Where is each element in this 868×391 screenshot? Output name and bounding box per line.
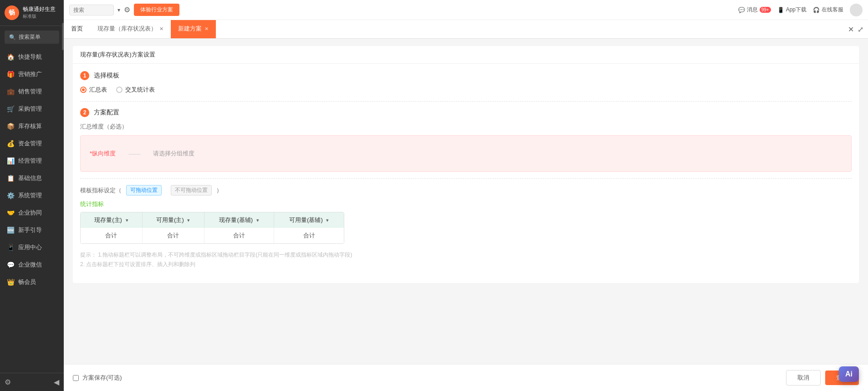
panel-title: 现存量(库存状况表)方案设置 [73,46,859,64]
dim-required-mark: *纵向维度 [90,149,116,158]
app-edition: 标准版 [23,13,56,20]
col-dropdown-0[interactable]: ▾ [126,217,128,223]
col-dropdown-3[interactable]: ▾ [326,217,329,223]
sidebar-item-operations[interactable]: 📊 经营管理 [0,152,64,170]
sidebar-item-label: 采购管理 [18,105,42,113]
sidebar-item-marketing[interactable]: 🎁 营销推广 [0,66,64,83]
dropdown-btn[interactable]: ▾ [117,7,120,13]
trial-btn[interactable]: 体验行业方案 [134,4,179,16]
sidebar-item-quick-nav[interactable]: 🏠 快捷导航 [0,48,64,66]
settings-icon[interactable]: ⚙ [5,378,11,386]
expand-tab-btn[interactable]: ⤢ [858,25,863,34]
ai-badge[interactable]: Ai [839,366,859,382]
search-bar[interactable] [69,5,114,15]
movable-badge: 可拖动位置 [126,185,162,196]
close-tab-btn[interactable]: ✕ [848,25,854,34]
app-name: 畅康通好生意 [23,6,56,13]
sidebar-item-label: 销售管理 [18,87,42,96]
cancel-button[interactable]: 取消 [786,370,821,386]
radio-summary-circle [80,87,87,93]
col-dropdown-1[interactable]: ▾ [187,217,190,223]
col-header-1[interactable]: 可用量(主) ▾ [142,212,204,228]
settings-btn[interactable]: ⚙ [124,5,130,14]
marketing-icon: 🎁 [6,70,15,78]
sidebar-item-purchase[interactable]: 🛒 采购管理 [0,100,64,118]
app-download-btn[interactable]: 📱 App下载 [777,6,807,14]
cell-0: 合计 [81,228,142,243]
sidebar-item-label: 快捷导航 [18,53,42,61]
content-area: 现存量(库存状况表)方案设置 1 选择模板 汇总表 [64,39,868,364]
template-radio-group: 汇总表 交叉统计表 [80,86,852,94]
col-header-3[interactable]: 可用量(基辅) ▾ [274,212,344,228]
dimension-box: *纵向维度 —— 请选择分组维度 [80,135,852,172]
message-btn[interactable]: 💬 消息 99+ [738,6,771,14]
save-checkbox[interactable] [73,375,79,381]
tab-inventory-close[interactable]: ✕ [159,26,163,32]
immovable-badge: 不可拖动位置 [171,185,212,196]
message-badge: 99+ [760,7,771,13]
col-label-3: 可用量(基辅) [289,216,323,223]
indicators-suffix: ） [216,186,222,195]
sidebar-item-member[interactable]: 👑 畅会员 [0,273,64,291]
dim-select-hint[interactable]: 请选择分组维度 [153,149,194,158]
tab-inventory-status[interactable]: 现存量（库存状况表） ✕ [90,20,171,38]
new-guide-icon: 🆕 [6,226,15,234]
col-dropdown-2[interactable]: ▾ [256,217,259,223]
search-icon: 🔍 [9,34,16,41]
collapse-icon[interactable]: ◀ [54,378,59,386]
radio-cross[interactable]: 交叉统计表 [116,86,155,94]
sidebar-item-label: 畅会员 [18,278,36,286]
sidebar-search-area[interactable]: 🔍 搜索菜单 [0,26,64,48]
radio-summary-dot [82,88,85,91]
online-service-label: 在线客服 [822,6,843,14]
sidebar-item-new-guide[interactable]: 🆕 新手引导 [0,221,64,239]
sidebar-item-basic-info[interactable]: 📋 基础信息 [0,170,64,187]
sidebar-footer: ⚙ ◀ [0,373,64,391]
sales-icon: 💼 [6,87,15,96]
stats-data-table: 现存量(主) ▾ 可用量(主) ▾ 现存量(基辅) [81,212,344,243]
tip-1: 提示： 1.拖动标题栏可以调整布局，不可跨维度或指标区域拖动栏目字段(只能在同一… [80,251,852,259]
step1-title: 选择模板 [94,72,119,80]
tab-home[interactable]: 首页 [64,20,90,38]
sidebar-item-label: 资金管理 [18,139,42,148]
section-divider-1 [80,101,852,102]
search-input[interactable] [73,7,110,13]
stats-label: 统计指标 [80,200,852,208]
sidebar-item-app-center[interactable]: 📱 应用中心 [0,239,64,256]
tab-new-plan-close[interactable]: ✕ [204,26,209,32]
purchase-icon: 🛒 [6,105,15,113]
quick-nav-icon: 🏠 [6,53,15,61]
indicators-prefix: 模板指标设定（ [80,186,122,195]
col-header-2[interactable]: 现存量(基辅) ▾ [204,212,274,228]
user-avatar[interactable] [850,4,863,16]
sidebar-item-label: 新手引导 [18,226,42,234]
sidebar-item-label: 企业微信 [18,261,42,269]
step2-section: 2 方案配置 汇总维度（必选） *纵向维度 —— 请选择分组维度 [80,108,852,268]
basic-info-icon: 📋 [6,174,15,182]
radio-summary[interactable]: 汇总表 [80,86,107,94]
finance-icon: 💰 [6,139,15,148]
sidebar-item-inventory[interactable]: 📦 库存核算 [0,118,64,135]
sidebar-item-system[interactable]: ⚙️ 系统管理 [0,187,64,204]
sidebar-logo: 畅 畅康通好生意 标准版 [0,0,64,26]
stats-table: 现存量(主) ▾ 可用量(主) ▾ 现存量(基辅) [80,212,344,244]
col-label-1: 可用量(主) [156,216,184,223]
sidebar-item-label: 基础信息 [18,174,42,182]
search-menu-btn[interactable]: 🔍 搜索菜单 [5,31,59,44]
topbar-left: ▾ ⚙ 体验行业方案 [69,4,735,16]
sidebar-item-wechat[interactable]: 💬 企业微信 [0,256,64,273]
cell-1: 合计 [142,228,204,243]
sidebar-item-cooperation[interactable]: 🤝 企业协同 [0,204,64,221]
tab-new-plan[interactable]: 新建方案 ✕ [171,20,216,38]
col-label-0: 现存量(主) [94,216,122,223]
online-service-btn[interactable]: 🎧 在线客服 [813,6,843,14]
col-header-0[interactable]: 现存量(主) ▾ [81,212,142,228]
sidebar-item-label: 库存核算 [18,122,42,130]
tip-2: 2. 点击标题栏下拉可设置排序、插入列和删除列 [80,261,852,268]
sidebar-item-sales[interactable]: 💼 销售管理 [0,83,64,100]
message-icon: 💬 [738,7,745,13]
save-option[interactable]: 方案保存(可选) [73,374,122,382]
stats-section: 统计指标 现存量(主) ▾ [80,200,852,244]
table-header-row: 现存量(主) ▾ 可用量(主) ▾ 现存量(基辅) [81,212,344,228]
sidebar-item-finance[interactable]: 💰 资金管理 [0,135,64,152]
